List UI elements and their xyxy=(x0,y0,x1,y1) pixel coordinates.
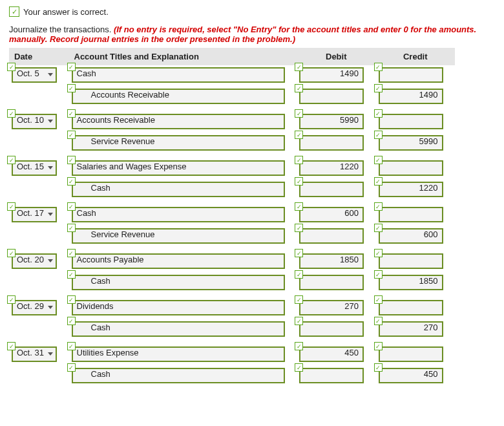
date-select-wrap[interactable]: ✓ Oct. 10 xyxy=(12,114,57,129)
amount-wrap[interactable]: ✓ 1850 xyxy=(299,253,364,269)
amount-wrap[interactable]: ✓ xyxy=(379,300,443,317)
date-select[interactable]: Oct. 17 xyxy=(12,207,57,222)
amount-wrap[interactable]: ✓ 270 xyxy=(299,300,364,315)
amount-wrap[interactable]: ✓ 270 xyxy=(379,321,443,337)
amount-wrap[interactable]: ✓ 600 xyxy=(299,207,364,222)
amount-input[interactable] xyxy=(379,253,443,269)
amount-input[interactable] xyxy=(379,160,443,176)
date-select[interactable]: Oct. 31 xyxy=(12,346,57,362)
account-title-input[interactable]: Cash xyxy=(72,275,285,290)
account-title-input[interactable]: Cash xyxy=(72,182,285,197)
date-select[interactable]: Oct. 20 xyxy=(12,253,57,269)
amount-input[interactable] xyxy=(299,275,364,290)
amount-wrap[interactable]: ✓ xyxy=(379,207,443,224)
amount-input[interactable]: 450 xyxy=(299,346,364,362)
account-title-wrap[interactable]: ✓ Cash xyxy=(72,321,285,337)
account-title-wrap[interactable]: ✓ Cash xyxy=(72,368,285,383)
date-select-wrap[interactable]: ✓ Oct. 31 xyxy=(12,346,57,362)
account-title-input[interactable]: Salaries and Wages Expense xyxy=(72,160,285,176)
amount-wrap[interactable]: ✓ 5990 xyxy=(379,135,443,151)
amount-input[interactable]: 1220 xyxy=(299,160,364,176)
amount-input[interactable]: 5990 xyxy=(299,114,364,129)
account-title-input[interactable]: Cash xyxy=(72,321,285,337)
amount-wrap[interactable]: ✓ xyxy=(299,135,364,153)
amount-wrap[interactable]: ✓ xyxy=(379,114,443,131)
amount-input[interactable]: 600 xyxy=(299,207,364,222)
date-select[interactable]: Oct. 15 xyxy=(12,160,57,176)
account-title-wrap[interactable]: ✓ Cash xyxy=(72,182,285,197)
date-select[interactable]: Oct. 5 xyxy=(12,67,57,83)
account-title-wrap[interactable]: ✓ Cash xyxy=(72,207,285,222)
account-title-wrap[interactable]: ✓ Utilities Expense xyxy=(72,346,285,362)
amount-wrap[interactable]: ✓ xyxy=(379,346,443,364)
amount-input[interactable]: 1490 xyxy=(379,89,443,104)
amount-input[interactable] xyxy=(299,89,364,104)
date-select[interactable]: Oct. 29 xyxy=(12,300,57,315)
account-title-input[interactable]: Cash xyxy=(72,368,285,383)
amount-input[interactable]: 5990 xyxy=(379,135,443,151)
amount-input[interactable]: 270 xyxy=(379,321,443,337)
date-select-wrap[interactable]: ✓ Oct. 15 xyxy=(12,160,57,176)
amount-input[interactable] xyxy=(299,321,364,337)
instructions-red-2: manually. Record journal entries in the … xyxy=(9,34,295,44)
amount-input[interactable]: 1220 xyxy=(379,182,443,197)
date-select[interactable]: Oct. 10 xyxy=(12,114,57,129)
account-title-input[interactable]: Accounts Receivable xyxy=(72,114,285,129)
amount-input[interactable]: 270 xyxy=(299,300,364,315)
amount-input[interactable] xyxy=(299,135,364,151)
account-title-wrap[interactable]: ✓ Dividends xyxy=(72,300,285,315)
account-title-wrap[interactable]: ✓ Accounts Payable xyxy=(72,253,285,269)
amount-input[interactable] xyxy=(379,346,443,362)
account-title-input[interactable]: Dividends xyxy=(72,300,285,315)
account-title-wrap[interactable]: ✓ Accounts Receivable xyxy=(72,114,285,129)
account-title-input[interactable]: Service Revenue xyxy=(72,228,285,244)
journal-table: Date Account Titles and Explanation Debi… xyxy=(9,48,455,391)
amount-wrap[interactable]: ✓ xyxy=(299,182,364,199)
account-title-input[interactable]: Service Revenue xyxy=(72,135,285,151)
amount-input[interactable] xyxy=(379,207,443,222)
amount-wrap[interactable]: ✓ 1850 xyxy=(379,275,443,290)
account-title-input[interactable]: Utilities Expense xyxy=(72,346,285,362)
amount-wrap[interactable]: ✓ 450 xyxy=(299,346,364,362)
date-select-wrap[interactable]: ✓ Oct. 20 xyxy=(12,253,57,269)
amount-wrap[interactable]: ✓ xyxy=(299,368,364,385)
account-title-wrap[interactable]: ✓ Salaries and Wages Expense xyxy=(72,160,285,176)
amount-wrap[interactable]: ✓ xyxy=(299,275,364,292)
date-select-wrap[interactable]: ✓ Oct. 17 xyxy=(12,207,57,222)
amount-input[interactable] xyxy=(379,114,443,129)
account-title-wrap[interactable]: ✓ Accounts Receivable xyxy=(72,89,285,104)
amount-input[interactable]: 1850 xyxy=(379,275,443,290)
amount-wrap[interactable]: ✓ xyxy=(379,253,443,271)
amount-input[interactable]: 1850 xyxy=(299,253,364,269)
amount-input[interactable]: 1490 xyxy=(299,67,364,83)
amount-wrap[interactable]: ✓ 1490 xyxy=(299,67,364,83)
amount-wrap[interactable]: ✓ 5990 xyxy=(299,114,364,129)
amount-wrap[interactable]: ✓ xyxy=(299,89,364,106)
amount-input[interactable] xyxy=(379,300,443,315)
date-select-wrap[interactable]: ✓ Oct. 5 xyxy=(12,67,57,83)
account-title-input[interactable]: Accounts Receivable xyxy=(72,89,285,104)
amount-wrap[interactable]: ✓ 1220 xyxy=(379,182,443,197)
account-title-input[interactable]: Cash xyxy=(72,207,285,222)
amount-input[interactable] xyxy=(299,368,364,383)
amount-input[interactable] xyxy=(299,182,364,197)
amount-wrap[interactable]: ✓ 600 xyxy=(379,228,443,244)
account-title-wrap[interactable]: ✓ Cash xyxy=(72,275,285,290)
amount-wrap[interactable]: ✓ 450 xyxy=(379,368,443,383)
amount-wrap[interactable]: ✓ xyxy=(299,321,364,339)
account-title-wrap[interactable]: ✓ Service Revenue xyxy=(72,228,285,244)
amount-input[interactable]: 600 xyxy=(379,228,443,244)
account-title-wrap[interactable]: ✓ Service Revenue xyxy=(72,135,285,151)
amount-wrap[interactable]: ✓ 1220 xyxy=(299,160,364,176)
account-title-input[interactable]: Accounts Payable xyxy=(72,253,285,269)
account-title-wrap[interactable]: ✓ Cash xyxy=(72,67,285,83)
amount-wrap[interactable]: ✓ xyxy=(299,228,364,246)
amount-input[interactable]: 450 xyxy=(379,368,443,383)
amount-input[interactable] xyxy=(299,228,364,244)
amount-wrap[interactable]: ✓ xyxy=(379,67,443,85)
amount-wrap[interactable]: ✓ 1490 xyxy=(379,89,443,104)
date-select-wrap[interactable]: ✓ Oct. 29 xyxy=(12,300,57,315)
account-title-input[interactable]: Cash xyxy=(72,67,285,83)
amount-wrap[interactable]: ✓ xyxy=(379,160,443,178)
amount-input[interactable] xyxy=(379,67,443,83)
